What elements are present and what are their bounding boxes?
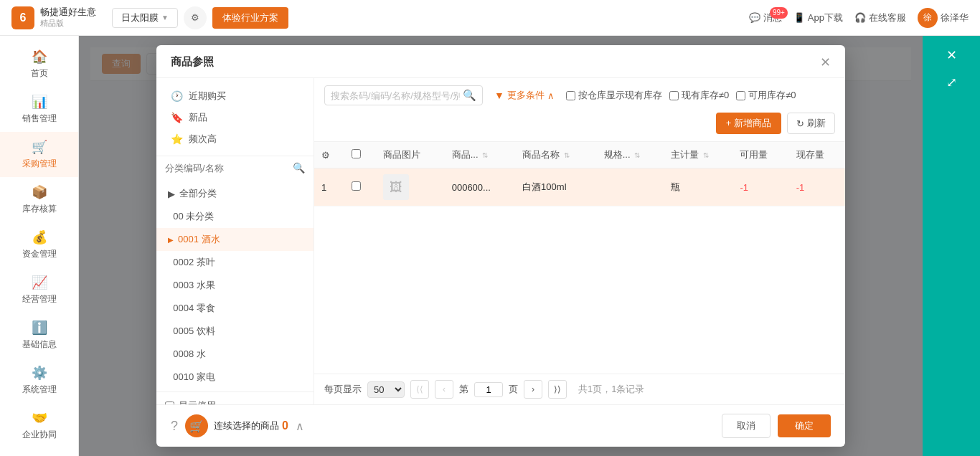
category-beverage-label: 0005 饮料 xyxy=(168,325,215,338)
user-item[interactable]: 徐 徐泽华 xyxy=(918,8,969,28)
filter-up-icon: ∧ xyxy=(547,90,555,101)
col-stock[interactable]: 现存量 xyxy=(789,142,845,168)
category-snack[interactable]: 0004 零食 xyxy=(156,297,314,320)
sidebar-item-operation[interactable]: 📈 经营管理 xyxy=(0,267,78,313)
col-checkbox[interactable] xyxy=(344,142,376,168)
sidebar-item-home[interactable]: 🏠 首页 xyxy=(0,42,78,87)
warehouse-stock-checkbox[interactable] xyxy=(566,91,575,100)
col-unit[interactable]: 主计量 ⇅ xyxy=(664,142,732,168)
col-settings[interactable]: ⚙ xyxy=(314,142,344,168)
category-tea[interactable]: 0002 茶叶 xyxy=(156,251,314,274)
modal-footer: ? 🛒 连续选择的商品 0 ∧ 取消 确定 xyxy=(156,404,845,447)
category-search: 🔍 xyxy=(156,156,314,179)
left-panel: 🕐 近期购买 🔖 新品 ⭐ 频次高 xyxy=(156,78,314,404)
category-search-input[interactable] xyxy=(165,163,290,174)
experience-button[interactable]: 体验行业方案 xyxy=(212,7,288,29)
product-search-input[interactable] xyxy=(331,90,460,101)
col-name[interactable]: 商品名称 ⇅ xyxy=(515,142,597,168)
app-layout: 🏠 首页 📊 销售管理 🛒 采购管理 📦 库存核算 💰 资金管理 📈 经营管理 … xyxy=(0,36,980,456)
next-page-btn[interactable]: › xyxy=(524,380,542,399)
col-spec[interactable]: 规格... ⇅ xyxy=(597,142,664,168)
prev-page-btn[interactable]: ‹ xyxy=(435,380,453,399)
sort-unit-icon: ⇅ xyxy=(703,151,709,159)
row-checkbox[interactable] xyxy=(352,181,361,191)
product-search-icon[interactable]: 🔍 xyxy=(463,89,476,102)
message-item[interactable]: 💬 消息 99+ xyxy=(749,11,782,24)
current-stock-filter[interactable]: 现有库存≠0 xyxy=(669,89,729,102)
col-code[interactable]: 商品... ⇅ xyxy=(445,142,515,168)
category-fruit[interactable]: 0003 水果 xyxy=(156,274,314,297)
confirm-button[interactable]: 确定 xyxy=(778,414,831,437)
teal-expand-btn[interactable]: ⤢ xyxy=(946,75,957,90)
category-tea-label: 0002 茶叶 xyxy=(168,256,215,269)
operation-icon: 📈 xyxy=(32,275,47,290)
filter-button[interactable]: ▼ 更多条件 ∧ xyxy=(490,86,559,105)
user-name: 徐泽华 xyxy=(941,11,969,24)
first-page-btn[interactable]: ⟨⟨ xyxy=(410,380,429,399)
col-stock-label: 现存量 xyxy=(796,149,824,160)
page-input[interactable] xyxy=(474,382,503,397)
teal-close-btn[interactable]: ✕ xyxy=(946,47,957,63)
sort-name-icon: ⇅ xyxy=(564,151,570,159)
available-stock-filter[interactable]: 可用库存≠0 xyxy=(736,89,796,102)
table-row[interactable]: 1 🖼 000600... 白酒100ml xyxy=(314,168,845,206)
modal-body: 🕐 近期购买 🔖 新品 ⭐ 频次高 xyxy=(156,78,845,404)
sidebar-item-finance[interactable]: 💰 资金管理 xyxy=(0,222,78,267)
category-liquor[interactable]: ▶ 0001 酒水 xyxy=(156,228,314,251)
select-all-checkbox[interactable] xyxy=(352,149,361,158)
add-goods-button[interactable]: + 新增商品 xyxy=(716,113,781,134)
sidebar-item-sales[interactable]: 📊 销售管理 xyxy=(0,87,78,132)
category-unclassified[interactable]: 00 未分类 xyxy=(156,205,314,228)
brand-sub: 精品版 xyxy=(40,18,96,29)
category-water[interactable]: 0008 水 xyxy=(156,343,314,366)
sidebar-item-inventory[interactable]: 📦 库存核算 xyxy=(0,177,78,222)
current-stock-label: 现有库存≠0 xyxy=(682,89,729,102)
show-disabled-label[interactable]: 显示停用 xyxy=(179,399,216,404)
recent-purchase-nav[interactable]: 🕐 近期购买 xyxy=(165,85,305,107)
last-page-btn[interactable]: ⟩⟩ xyxy=(548,380,567,399)
sales-icon: 📊 xyxy=(32,94,47,110)
refresh-button[interactable]: ↻ 刷新 xyxy=(787,113,835,134)
available-stock-checkbox[interactable] xyxy=(736,91,745,100)
cancel-button[interactable]: 取消 xyxy=(722,414,771,438)
category-all-label: 全部分类 xyxy=(179,187,217,200)
warehouse-stock-filter[interactable]: 按仓库显示现有库存 xyxy=(566,89,662,102)
product-reference-modal: 商品参照 ✕ 🕐 近期购买 🔖 xyxy=(156,45,845,447)
store-selector[interactable]: 日太阳膜 ▼ xyxy=(112,8,178,28)
brand-name: 畅捷通好生意 xyxy=(40,6,96,19)
recent-purchase-label: 近期购买 xyxy=(189,90,226,103)
col-available[interactable]: 可用量 xyxy=(732,142,788,168)
sidebar-item-guide[interactable]: 🎓 新手引导 xyxy=(0,448,78,456)
settings-icon[interactable]: ⚙ xyxy=(184,6,207,29)
category-all[interactable]: ▶ 全部分类 xyxy=(156,182,314,205)
cell-available: -1 xyxy=(732,168,788,206)
sidebar-label-purchase: 采购管理 xyxy=(22,158,57,170)
category-appliance[interactable]: 0010 家电 xyxy=(156,366,314,389)
online-service-item[interactable]: 🎧 在线客服 xyxy=(854,11,906,24)
sidebar-item-purchase[interactable]: 🛒 采购管理 xyxy=(0,132,78,177)
filter-label: 更多条件 xyxy=(507,89,545,102)
sidebar-label-collab: 企业协同 xyxy=(22,429,57,441)
new-product-nav[interactable]: 🔖 新品 xyxy=(165,107,305,128)
mobile-icon: 📱 xyxy=(793,12,805,23)
cell-index: 1 xyxy=(314,168,344,206)
sidebar-item-collab[interactable]: 🤝 企业协同 xyxy=(0,403,78,448)
category-beverage[interactable]: 0005 饮料 xyxy=(156,320,314,343)
collapse-icon[interactable]: ∧ xyxy=(296,419,304,433)
sidebar-item-base[interactable]: ℹ️ 基础信息 xyxy=(0,313,78,358)
app-download-item[interactable]: 📱 App下载 xyxy=(793,11,843,24)
sidebar-label-operation: 经营管理 xyxy=(22,293,57,305)
help-icon[interactable]: ? xyxy=(171,419,178,434)
warehouse-stock-label: 按仓库显示现有库存 xyxy=(578,89,662,102)
cart-icon[interactable]: 🛒 xyxy=(185,414,208,437)
frequent-nav[interactable]: ⭐ 频次高 xyxy=(165,128,305,150)
sidebar-item-system[interactable]: ⚙️ 系统管理 xyxy=(0,358,78,403)
online-service-label: 在线客服 xyxy=(869,11,906,24)
base-icon: ℹ️ xyxy=(32,320,47,336)
current-stock-checkbox[interactable] xyxy=(669,91,679,100)
cell-checkbox[interactable] xyxy=(344,168,376,206)
close-icon[interactable]: ✕ xyxy=(820,56,831,69)
search-input-wrap: 🔍 xyxy=(324,85,483,105)
category-search-icon[interactable]: 🔍 xyxy=(293,162,305,174)
per-page-select[interactable]: 50 10 20 100 xyxy=(367,381,405,398)
